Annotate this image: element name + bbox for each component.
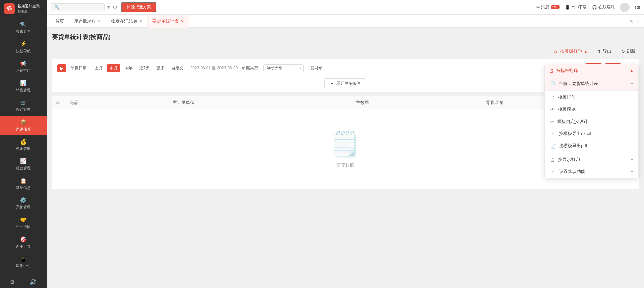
- tab-close-receivables[interactable]: ✕: [139, 19, 143, 24]
- order-type-select[interactable]: 单据类型: [263, 64, 304, 72]
- tab-inventory-batch[interactable]: 库存批次账 ✕: [69, 15, 106, 28]
- sidebar-item-label: 采购管理: [16, 107, 31, 112]
- sidebar-item-quick-nav[interactable]: ⚡ 快捷导航: [0, 37, 47, 57]
- sidebar-item-label: 库存核算: [16, 127, 31, 132]
- sidebar-item-marketing[interactable]: 📢 营销推广: [0, 57, 47, 76]
- sidebar-item-inventory[interactable]: 📦 库存核算: [0, 116, 47, 135]
- sales-icon: 📊: [20, 80, 27, 86]
- current-template-arrow: ▾: [631, 81, 633, 86]
- display-print-icon: 🖨: [550, 157, 555, 162]
- tabs-bar: 首页 库存批次账 ✕ 收发存汇总表 ✕ 要货单统计表 ✕ ✕ ⤢: [47, 15, 644, 28]
- print-chevron-up: ▲: [584, 50, 587, 53]
- export-excel-icon: 📄: [550, 131, 556, 136]
- dropdown-print-icon: 🖨: [549, 68, 554, 73]
- date-more-btn[interactable]: 更多: [154, 64, 167, 72]
- expand-icon: ▼: [330, 81, 334, 86]
- refresh-btn[interactable]: ↻ 刷新: [618, 46, 639, 56]
- tabs-right: ✕ ⤢: [629, 19, 640, 24]
- filter-toggle-btn[interactable]: ▶: [57, 64, 66, 72]
- sidebar-item-finance[interactable]: 💰 资金管理: [0, 135, 47, 155]
- dropdown-item-export-pdf[interactable]: 📄 按模板导出pdf: [545, 140, 638, 152]
- tab-expand-btn[interactable]: ⤢: [636, 19, 640, 24]
- dropdown-current-template[interactable]: 📄 当前：要货单统计表 ▾: [545, 77, 638, 90]
- order-type-label: 单据类型: [242, 65, 258, 71]
- export-icon: ⬆: [597, 49, 601, 54]
- sidebar-item-label: 资金管理: [16, 146, 31, 151]
- sidebar-item-label: 基础信息: [16, 185, 31, 190]
- search-icon: 🔍: [20, 21, 27, 28]
- messages-btn[interactable]: ✉ 消息 99+: [536, 4, 560, 10]
- divider-2: [545, 153, 638, 153]
- sidebar-item-label: 快捷导航: [16, 49, 31, 54]
- settings-bottom-btn[interactable]: ⚙: [10, 279, 15, 285]
- date-7days-btn[interactable]: 近7天: [137, 64, 152, 72]
- sidebar-item-search[interactable]: 🔍 搜索菜单: [0, 18, 47, 37]
- tab-receivables[interactable]: 收发存汇总表 ✕: [106, 15, 148, 28]
- username: Rit: [635, 5, 640, 10]
- app-version: 标准版: [18, 9, 40, 14]
- tab-order-stats[interactable]: 要货单统计表 ✕: [148, 15, 189, 28]
- set-default-icon: 📄: [550, 169, 556, 174]
- gear-icon[interactable]: ⚙: [113, 4, 117, 10]
- set-default-arrow: ▾: [631, 169, 633, 174]
- tab-close-inventory-batch[interactable]: ✕: [98, 19, 101, 24]
- sidebar-nav: 🔍 搜索菜单 ⚡ 快捷导航 📢 营销推广 📊 销售管理 🛒 采购管理 📦 库存核…: [0, 18, 47, 276]
- date-range: 2023-06-01 至 2023-06-30: [190, 65, 238, 71]
- tab-close-order-stats[interactable]: ✕: [181, 19, 184, 24]
- dropdown-item-export-excel[interactable]: 📄 按模板导出excel: [545, 128, 638, 140]
- logo-icon: 畅: [4, 3, 15, 14]
- sidebar-item-apps[interactable]: 📱 应用中心: [0, 252, 47, 272]
- sidebar-item-wechat[interactable]: 💬 企业微信: [0, 272, 47, 276]
- expand-more-btn[interactable]: ▼ 展开更多条件: [324, 78, 366, 88]
- tab-close-all-btn[interactable]: ✕: [629, 19, 633, 24]
- sidebar-item-operations[interactable]: 📈 经营管理: [0, 155, 47, 174]
- date-current-year-btn[interactable]: 本年: [122, 64, 135, 72]
- quick-nav-icon: ⚡: [20, 41, 27, 47]
- sidebar-item-label: 销售管理: [16, 88, 31, 93]
- inventory-icon: 📦: [20, 119, 27, 125]
- sidebar-item-sales[interactable]: 📊 销售管理: [0, 76, 47, 96]
- dropdown-display-print[interactable]: 🖨 按显示打印 ▾: [545, 154, 638, 166]
- print-template-btn[interactable]: 🖨 按模板打印 ▲: [550, 46, 591, 56]
- export-btn[interactable]: ⬆ 导出: [594, 46, 615, 56]
- date-prev-month-btn[interactable]: 上月: [92, 64, 106, 72]
- date-current-month-btn[interactable]: 本月: [107, 64, 120, 72]
- date-custom-btn[interactable]: 自定义: [169, 64, 186, 72]
- sidebar-item-purchase[interactable]: 🛒 采购管理: [0, 96, 47, 116]
- order-goods-label: 要货单: [311, 65, 323, 71]
- trial-button[interactable]: 体验行业方案: [121, 2, 156, 12]
- sidebar-item-basic[interactable]: 📋 基础信息: [0, 174, 47, 194]
- date-group: 上月 本月 本年 近7天 更多 自定义: [92, 64, 186, 72]
- online-service-btn[interactable]: 🎧 在线客服: [592, 4, 615, 10]
- dropdown-set-default[interactable]: 📄 设置默认功能 ▾: [545, 166, 638, 178]
- sidebar-item-label: 搜索菜单: [16, 29, 31, 34]
- audio-bottom-btn[interactable]: 🔊: [30, 279, 36, 285]
- dropdown-item-template-print[interactable]: 🖨 模板打印: [545, 91, 638, 103]
- page-title: 要货单统计表(按商品): [52, 33, 639, 41]
- system-icon: ⚙️: [20, 197, 27, 203]
- app-download-btn[interactable]: 📱 App下载: [565, 4, 587, 10]
- col-settings-icon[interactable]: ⚙: [56, 100, 60, 105]
- sidebar-item-label: 企业协同: [16, 224, 31, 229]
- tab-home[interactable]: 首页: [51, 15, 69, 28]
- search-box[interactable]: 🔍: [51, 3, 105, 11]
- sidebar-item-label: 新手引导: [16, 244, 31, 249]
- print-dropdown: 🖨 按模板打印 ▲ 📄 当前：要货单统计表 ▾ 🖨 模板打印 👁: [544, 64, 639, 178]
- template-preview-icon: 👁: [550, 107, 555, 112]
- sidebar-item-system[interactable]: ⚙️ 系统管理: [0, 194, 47, 213]
- app-logo: 畅 畅康通好生意 标准版: [0, 0, 47, 18]
- display-print-arrow: ▾: [631, 157, 633, 162]
- dropdown-item-template-custom[interactable]: ✏ 模板自定义设计: [545, 116, 638, 128]
- sidebar-bottom: ⚙ 🔊: [0, 276, 47, 288]
- avatar[interactable]: [620, 3, 630, 12]
- sidebar-item-label: 营销推广: [16, 68, 31, 73]
- sidebar-item-guide[interactable]: 🎯 新手引导: [0, 233, 47, 252]
- basic-icon: 📋: [20, 178, 27, 184]
- message-icon: ✉: [536, 5, 540, 10]
- col-quantity: 主数量: [352, 96, 482, 109]
- dropdown-collapse-btn[interactable]: ▲: [630, 68, 634, 73]
- sidebar-item-enterprise[interactable]: 🤝 企业协同: [0, 213, 47, 233]
- nav-dropdown-btn[interactable]: ▾: [107, 4, 110, 10]
- dropdown-item-template-preview[interactable]: 👁 模板预览: [545, 103, 638, 116]
- divider-1: [545, 90, 638, 91]
